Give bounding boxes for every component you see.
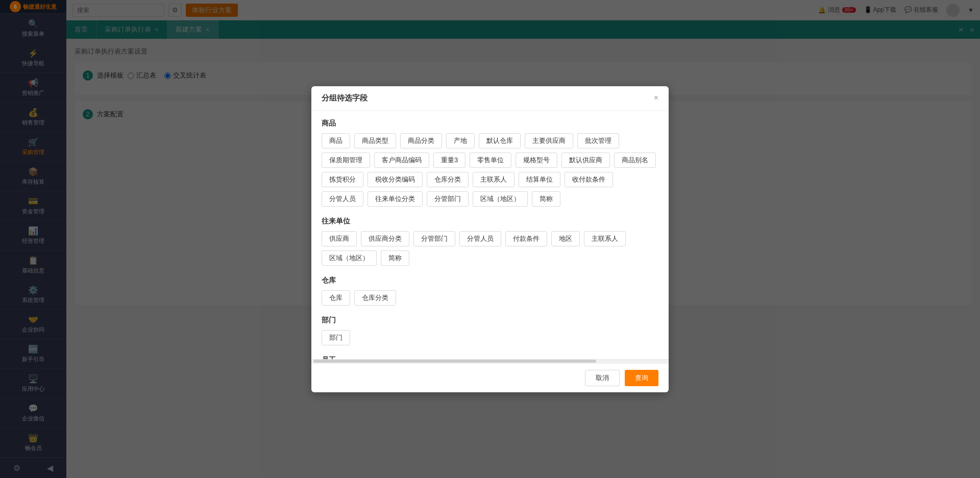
- field-tag-0-6[interactable]: 批次管理: [577, 133, 619, 148]
- field-tag-0-15[interactable]: 税收分类编码: [368, 172, 423, 187]
- horizontal-scrollbar[interactable]: [311, 359, 669, 363]
- modal-overlay: 分组待选字段 × 商品商品商品类型商品分类产地默认仓库主要供应商批次管理保质期管…: [0, 0, 980, 478]
- field-group-title-3: 部门: [322, 316, 658, 325]
- field-tag-1-3[interactable]: 分管人员: [459, 231, 501, 246]
- field-tag-0-16[interactable]: 仓库分类: [427, 172, 469, 187]
- field-tag-0-2[interactable]: 商品分类: [400, 133, 442, 148]
- field-tags-2: 仓库仓库分类: [322, 290, 658, 306]
- field-group-4: 员工业务员: [322, 356, 658, 359]
- field-tag-0-1[interactable]: 商品类型: [354, 133, 396, 148]
- field-tag-0-13[interactable]: 商品别名: [614, 153, 656, 168]
- field-group-title-0: 商品: [322, 119, 658, 128]
- field-tag-0-7[interactable]: 保质期管理: [322, 153, 370, 168]
- field-tag-0-9[interactable]: 重量3: [433, 153, 465, 168]
- field-group-2: 仓库仓库仓库分类: [322, 276, 658, 306]
- field-tag-0-19[interactable]: 收付款条件: [565, 172, 613, 187]
- field-tag-1-5[interactable]: 地区: [551, 231, 580, 246]
- field-tag-0-18[interactable]: 结算单位: [519, 172, 560, 187]
- field-tags-0: 商品商品类型商品分类产地默认仓库主要供应商批次管理保质期管理客户商品编码重量3零…: [322, 133, 658, 207]
- field-tag-0-21[interactable]: 往来单位分类: [368, 191, 423, 207]
- modal-footer: 取消 查询: [311, 363, 669, 392]
- confirm-button[interactable]: 查询: [625, 370, 658, 386]
- field-group-0: 商品商品商品类型商品分类产地默认仓库主要供应商批次管理保质期管理客户商品编码重量…: [322, 119, 658, 207]
- field-tag-1-8[interactable]: 简称: [381, 250, 409, 266]
- field-tag-0-22[interactable]: 分管部门: [427, 191, 469, 207]
- field-tag-0-17[interactable]: 主联系人: [473, 172, 514, 187]
- scrollbar-thumb: [313, 360, 596, 363]
- field-group-title-2: 仓库: [322, 276, 658, 285]
- field-tag-1-1[interactable]: 供应商分类: [361, 231, 409, 246]
- modal-close-button[interactable]: ×: [654, 93, 658, 103]
- field-tag-1-4[interactable]: 付款条件: [505, 231, 547, 246]
- field-tag-0-3[interactable]: 产地: [446, 133, 475, 148]
- field-tag-1-6[interactable]: 主联系人: [584, 231, 626, 246]
- field-tag-0-23[interactable]: 区域（地区）: [473, 191, 528, 207]
- field-group-title-1: 往来单位: [322, 217, 658, 226]
- field-tag-0-20[interactable]: 分管人员: [322, 191, 363, 207]
- field-select-modal: 分组待选字段 × 商品商品商品类型商品分类产地默认仓库主要供应商批次管理保质期管…: [311, 86, 669, 392]
- modal-body: 商品商品商品类型商品分类产地默认仓库主要供应商批次管理保质期管理客户商品编码重量…: [311, 111, 669, 359]
- field-tag-0-10[interactable]: 零售单位: [470, 153, 511, 168]
- cancel-button[interactable]: 取消: [585, 370, 620, 386]
- modal-title: 分组待选字段: [322, 93, 368, 103]
- field-tag-0-14[interactable]: 拣货积分: [322, 172, 363, 187]
- field-tag-0-8[interactable]: 客户商品编码: [374, 153, 429, 168]
- field-tag-2-0[interactable]: 仓库: [322, 290, 350, 306]
- field-group-title-4: 员工: [322, 356, 658, 359]
- field-tag-2-1[interactable]: 仓库分类: [354, 290, 396, 306]
- field-tag-0-11[interactable]: 规格型号: [516, 153, 557, 168]
- field-tag-1-7[interactable]: 区域（地区）: [322, 250, 377, 266]
- field-tag-1-2[interactable]: 分管部门: [413, 231, 455, 246]
- field-tag-3-0[interactable]: 部门: [322, 330, 350, 345]
- field-group-1: 往来单位供应商供应商分类分管部门分管人员付款条件地区主联系人区域（地区）简称: [322, 217, 658, 266]
- field-tag-0-4[interactable]: 默认仓库: [479, 133, 521, 148]
- field-tags-3: 部门: [322, 330, 658, 345]
- field-tag-0-24[interactable]: 简称: [532, 191, 560, 207]
- field-tag-0-5[interactable]: 主要供应商: [525, 133, 573, 148]
- field-tag-1-0[interactable]: 供应商: [322, 231, 357, 246]
- modal-header: 分组待选字段 ×: [311, 86, 669, 111]
- field-tags-1: 供应商供应商分类分管部门分管人员付款条件地区主联系人区域（地区）简称: [322, 231, 658, 266]
- field-tag-0-0[interactable]: 商品: [322, 133, 350, 148]
- field-group-3: 部门部门: [322, 316, 658, 345]
- field-tag-0-12[interactable]: 默认供应商: [561, 153, 610, 168]
